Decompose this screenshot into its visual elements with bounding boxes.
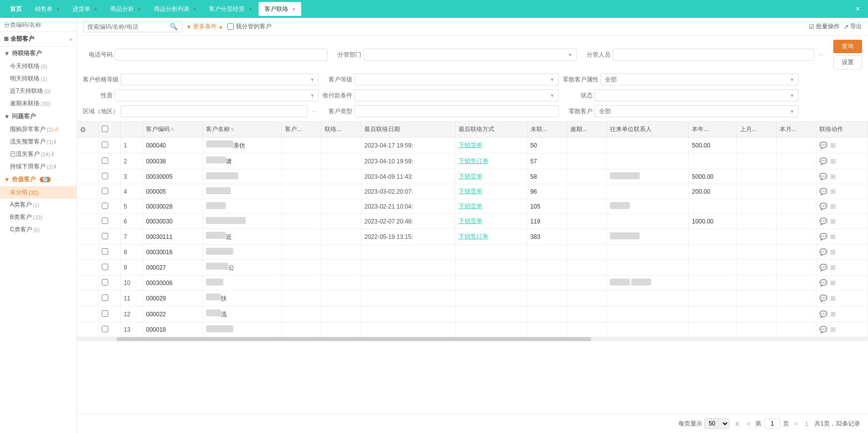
- sidebar-group-pending[interactable]: ▼ 待联络客户: [0, 47, 76, 60]
- filter-price-level-select[interactable]: [121, 73, 319, 85]
- sidebar-group-problem[interactable]: ▼ 问题客户: [0, 110, 76, 123]
- contact-method-link[interactable]: 下销售订单: [459, 233, 488, 240]
- contact-method-link[interactable]: 下销货单: [459, 203, 482, 210]
- grid-action-icon[interactable]: ⊞: [830, 157, 836, 165]
- close-all-tabs[interactable]: ×: [852, 4, 864, 13]
- filter-customer-level-select[interactable]: [354, 73, 558, 85]
- close-customer-seg-tab[interactable]: ×: [249, 6, 252, 12]
- horizontal-scrollbar[interactable]: [77, 337, 868, 341]
- sidebar-collapse-icon[interactable]: «: [69, 36, 72, 42]
- filter-manager-dots[interactable]: ···: [816, 51, 825, 58]
- prev-page-btn[interactable]: <: [745, 419, 753, 429]
- scrollbar-thumb[interactable]: [117, 337, 591, 341]
- message-action-icon[interactable]: 💬: [819, 326, 827, 333]
- sidebar-item-lost[interactable]: 已流失客户 (24) ℹ: [0, 148, 76, 160]
- close-sales-tab[interactable]: ×: [57, 6, 60, 12]
- row-checkbox[interactable]: [102, 248, 108, 255]
- contact-method-link[interactable]: 下销货单: [459, 217, 482, 224]
- grid-action-icon[interactable]: ⊞: [830, 248, 836, 256]
- filter-region-dots[interactable]: ···: [310, 108, 319, 115]
- close-analysis-tab[interactable]: ×: [138, 6, 141, 12]
- filter-dept-select[interactable]: [363, 49, 576, 61]
- all-customers-item[interactable]: ⊞ 全部客户 «: [0, 32, 76, 47]
- sidebar-item-7days-pending[interactable]: 近7天待联络 (0): [0, 85, 76, 97]
- grid-action-icon[interactable]: ⊞: [830, 217, 836, 225]
- filter-scatter-customer-select[interactable]: 全部: [595, 105, 799, 117]
- export-btn[interactable]: ↗ 导出: [844, 22, 862, 31]
- message-action-icon[interactable]: 💬: [819, 310, 827, 318]
- sidebar-item-abnormal[interactable]: 囤购异常客户 (2) ⚠: [0, 123, 76, 136]
- filter-payment-select[interactable]: [354, 89, 558, 101]
- sidebar-item-declining[interactable]: 持续下滑客户 (2) ℹ: [0, 160, 76, 173]
- row-checkbox[interactable]: [102, 279, 108, 286]
- message-action-icon[interactable]: 💬: [819, 233, 827, 240]
- row-checkbox[interactable]: [102, 310, 108, 317]
- row-checkbox[interactable]: [102, 264, 108, 270]
- grid-action-icon[interactable]: ⊞: [830, 203, 836, 210]
- sidebar-item-overdue-pending[interactable]: 逾期未联络 (30): [0, 97, 76, 110]
- filter-customer-type-input[interactable]: [354, 105, 558, 117]
- grid-action-icon[interactable]: ⊞: [830, 279, 836, 287]
- grid-action-icon[interactable]: ⊞: [830, 142, 836, 149]
- contact-method-link[interactable]: 下销货单: [459, 173, 482, 180]
- first-page-btn[interactable]: K: [734, 419, 742, 429]
- filter-phone-input[interactable]: [115, 49, 328, 61]
- filter-manager-input[interactable]: [612, 49, 814, 61]
- message-action-icon[interactable]: 💬: [819, 188, 827, 195]
- row-checkbox[interactable]: [102, 294, 108, 301]
- message-action-icon[interactable]: 💬: [819, 279, 827, 287]
- nav-tab-customer-contact[interactable]: 客户联络 ×: [259, 2, 301, 16]
- row-checkbox[interactable]: [102, 188, 108, 194]
- contact-method-link[interactable]: 下销售订单: [459, 157, 488, 164]
- sidebar-item-typeA[interactable]: A类客户 (1): [0, 199, 76, 211]
- sidebar-item-today-pending[interactable]: 今天待联络 (0): [0, 60, 76, 72]
- filter-scatter-attr-select[interactable]: 全部: [601, 73, 799, 85]
- message-action-icon[interactable]: 💬: [819, 217, 827, 225]
- message-action-icon[interactable]: 💬: [819, 248, 827, 256]
- row-checkbox[interactable]: [102, 217, 108, 224]
- grid-action-icon[interactable]: ⊞: [830, 326, 836, 333]
- row-checkbox[interactable]: [102, 326, 108, 332]
- close-purchase-tab[interactable]: ×: [94, 6, 97, 12]
- grid-action-icon[interactable]: ⊞: [830, 264, 836, 271]
- sidebar-item-typeB[interactable]: B类客户 (33): [0, 211, 76, 223]
- sidebar-item-typeC[interactable]: C类客户 (6): [0, 223, 76, 236]
- message-action-icon[interactable]: 💬: [819, 157, 827, 165]
- message-action-icon[interactable]: 💬: [819, 203, 827, 210]
- row-checkbox[interactable]: [102, 173, 108, 179]
- sidebar-item-tomorrow-pending[interactable]: 明天待联络 (1): [0, 72, 76, 85]
- row-checkbox[interactable]: [102, 233, 108, 239]
- sidebar-group-value[interactable]: ▼ 价值客户 🔄: [0, 173, 76, 186]
- filter-region-input[interactable]: [121, 105, 308, 117]
- message-action-icon[interactable]: 💬: [819, 264, 827, 271]
- grid-action-icon[interactable]: ⊞: [830, 310, 836, 318]
- grid-action-icon[interactable]: ⊞: [830, 233, 836, 240]
- grid-action-icon[interactable]: ⊞: [830, 173, 836, 180]
- filter-more-btn[interactable]: ▼ 更多条件 ▲: [186, 22, 223, 31]
- next-page-btn[interactable]: >: [792, 419, 800, 429]
- nav-tab-customer-seg[interactable]: 客户分层经营 ×: [203, 2, 258, 16]
- grid-action-icon[interactable]: ⊞: [830, 188, 836, 195]
- nav-tab-sales[interactable]: 销售单 ×: [29, 2, 66, 16]
- row-checkbox[interactable]: [102, 203, 108, 209]
- grid-action-icon[interactable]: ⊞: [830, 294, 836, 302]
- message-action-icon[interactable]: 💬: [819, 142, 827, 149]
- sidebar-item-ungroup[interactable]: 未分组 (32): [0, 186, 76, 199]
- batch-op-btn[interactable]: ☑ 批量操作: [809, 22, 840, 31]
- message-action-icon[interactable]: 💬: [819, 173, 827, 180]
- filter-status-select[interactable]: [595, 89, 799, 101]
- contact-method-link[interactable]: 下销货单: [459, 142, 482, 148]
- filter-nature-select[interactable]: [115, 89, 319, 101]
- sidebar-item-churn-warn[interactable]: 流失预警客户 (3) ℹ: [0, 136, 76, 148]
- close-analysis-list-tab[interactable]: ×: [194, 6, 197, 12]
- select-all-checkbox[interactable]: [102, 126, 108, 132]
- close-customer-contact-tab[interactable]: ×: [292, 6, 295, 12]
- page-number-input[interactable]: [764, 419, 780, 429]
- my-customers-checkbox[interactable]: [227, 23, 234, 30]
- query-btn[interactable]: 查询: [833, 40, 862, 53]
- last-page-btn[interactable]: 1: [803, 419, 810, 429]
- col-settings[interactable]: ⚙: [77, 122, 98, 138]
- nav-tab-home[interactable]: 首页: [4, 2, 28, 16]
- customer-search-input[interactable]: [87, 23, 168, 30]
- nav-tab-analysis-list[interactable]: 商品分析列表 ×: [148, 2, 202, 16]
